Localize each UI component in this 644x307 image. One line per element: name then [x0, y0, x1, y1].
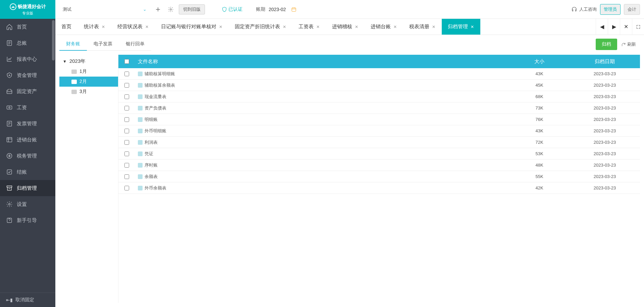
tab-6[interactable]: 进销稽核✕ [326, 19, 365, 35]
row-checkbox[interactable] [124, 129, 129, 133]
tab-7[interactable]: 进销台账✕ [365, 19, 403, 35]
tab-close-icon[interactable]: ✕ [393, 25, 397, 29]
table-row[interactable]: 外币明细账43K2023-03-23 [118, 125, 640, 137]
role-admin-button[interactable]: 管理员 [600, 4, 621, 15]
company-selector[interactable]: 测试 ⌄ [59, 4, 150, 14]
home-icon [6, 24, 13, 30]
sidebar-item-asset[interactable]: 固定资产 [0, 83, 55, 99]
tree-month-2[interactable]: 3月 [59, 87, 118, 97]
add-button[interactable] [153, 5, 163, 14]
unpin-button[interactable]: ⇤▮ 取消固定 [0, 293, 55, 307]
row-name-cell: 外币余额表 [135, 185, 509, 191]
row-file-name: 利润表 [145, 139, 158, 145]
tabs-scroll-left[interactable]: ◀ [596, 19, 608, 35]
sidebar-item-ledger[interactable]: 总账 [0, 35, 55, 51]
tabs-close-all[interactable]: ✕ [620, 19, 632, 35]
verified-badge: 已认证 [222, 6, 243, 12]
tab-3[interactable]: 日记账与银行对账单核对✕ [155, 19, 229, 35]
tab-4[interactable]: 固定资产折旧统计表✕ [229, 19, 292, 35]
row-checkbox[interactable] [124, 117, 129, 122]
sidebar-item-funds[interactable]: 资金管理 [0, 67, 55, 83]
tree-month-label: 1月 [79, 69, 87, 75]
row-checkbox-cell [118, 129, 135, 133]
svg-point-9 [9, 204, 10, 205]
tab-close-icon[interactable]: ✕ [432, 25, 435, 29]
sidebar-item-settings[interactable]: 设置 [0, 196, 55, 212]
tree-month-0[interactable]: 1月 [59, 67, 118, 77]
row-checkbox[interactable] [124, 106, 129, 111]
sidebar-item-label: 发票管理 [17, 121, 37, 127]
switch-old-button[interactable]: 切到旧版 [179, 4, 205, 14]
sidebar-item-salary[interactable]: 工资 [0, 99, 55, 116]
role-accountant-button[interactable]: 会计 [624, 4, 640, 15]
tab-8[interactable]: 税表清册✕ [403, 19, 442, 35]
sidebar-item-invoice[interactable]: 发票管理 [0, 116, 55, 132]
table-row[interactable]: 明细账76K2023-03-23 [118, 114, 640, 125]
table-row[interactable]: 利润表72K2023-03-23 [118, 137, 640, 148]
table-row[interactable]: 序时账48K2023-03-23 [118, 160, 640, 171]
row-checkbox[interactable] [124, 72, 129, 76]
tree-year-node[interactable]: ▼ 2023年 [59, 56, 118, 67]
sidebar-item-stock[interactable]: 进销台账 [0, 132, 55, 148]
tab-5[interactable]: 工资表✕ [292, 19, 326, 35]
calendar-icon[interactable] [289, 5, 299, 14]
table-row[interactable]: 辅助核算明细账43K2023-03-23 [118, 68, 640, 80]
svg-rect-12 [292, 8, 296, 11]
tree-month-label: 2月 [79, 79, 87, 85]
tab-close-icon[interactable]: ✕ [102, 25, 105, 29]
row-checkbox[interactable] [124, 186, 129, 190]
file-icon [138, 151, 143, 156]
tab-1[interactable]: 统计表✕ [78, 19, 111, 35]
sub-tab-0[interactable]: 财务账 [59, 38, 87, 50]
row-checkbox[interactable] [124, 140, 129, 145]
sidebar-scrollbar[interactable] [52, 20, 55, 60]
sub-tab-2[interactable]: 银行回单 [119, 38, 151, 50]
tabs-scroll-right[interactable]: ▶ [608, 19, 620, 35]
archive-icon [6, 185, 13, 191]
tree-month-1[interactable]: 2月 [59, 77, 118, 87]
table-row[interactable]: 辅助核算余额表45K2023-03-23 [118, 80, 640, 91]
tab-close-icon[interactable]: ✕ [471, 25, 474, 29]
row-checkbox[interactable] [124, 174, 129, 179]
sidebar-item-close[interactable]: 结账 [0, 164, 55, 180]
table-row[interactable]: 外币余额表42K2023-03-23 [118, 182, 640, 194]
table-row[interactable]: 凭证53K2023-03-23 [118, 148, 640, 160]
row-checkbox[interactable] [124, 163, 129, 168]
row-checkbox[interactable] [124, 151, 129, 156]
tab-close-icon[interactable]: ✕ [283, 25, 286, 29]
row-size: 73K [509, 105, 570, 111]
fullscreen-icon[interactable] [632, 19, 644, 35]
salary-icon [6, 104, 13, 111]
sidebar-item-chart[interactable]: 报表中心 [0, 51, 55, 67]
sidebar-item-tax[interactable]: 税务管理 [0, 148, 55, 164]
sidebar-item-archive[interactable]: 归档管理 [0, 180, 55, 196]
select-all-checkbox[interactable] [124, 59, 129, 64]
sidebar-item-home[interactable]: 首页 [0, 19, 55, 35]
table-row[interactable]: 余额表55K2023-03-23 [118, 171, 640, 182]
svg-point-3 [9, 107, 10, 108]
sub-tab-1[interactable]: 电子发票 [87, 38, 119, 50]
table-header: 文件名称 大小 归档日期 [118, 55, 640, 68]
archive-button[interactable]: 归档 [596, 39, 617, 50]
consult-button[interactable]: 人工咨询 [571, 6, 597, 12]
gear-icon[interactable] [166, 5, 175, 14]
tab-9[interactable]: 归档管理✕ [442, 19, 480, 35]
company-name: 测试 [63, 6, 71, 12]
period-label: 账期 [256, 6, 265, 12]
refresh-button[interactable]: 刷新 [617, 39, 640, 50]
sidebar-item-guide[interactable]: 新手引导 [0, 212, 55, 228]
header-size: 大小 [509, 58, 570, 65]
row-checkbox[interactable] [124, 94, 129, 99]
tab-0[interactable]: 首页 [55, 19, 78, 35]
tab-close-icon[interactable]: ✕ [316, 25, 320, 29]
row-checkbox[interactable] [124, 83, 129, 88]
tab-2[interactable]: 经营状况表✕ [111, 19, 155, 35]
table-row[interactable]: 资产负债表73K2023-03-23 [118, 102, 640, 114]
tab-close-icon[interactable]: ✕ [145, 25, 149, 29]
tab-label: 工资表 [299, 24, 314, 30]
table-row[interactable]: 现金流量表68K2023-03-23 [118, 91, 640, 102]
tab-label: 日记账与银行对账单核对 [161, 24, 216, 30]
tab-close-icon[interactable]: ✕ [219, 25, 222, 29]
tab-close-icon[interactable]: ✕ [355, 25, 358, 29]
row-date: 2023-03-23 [570, 174, 640, 179]
